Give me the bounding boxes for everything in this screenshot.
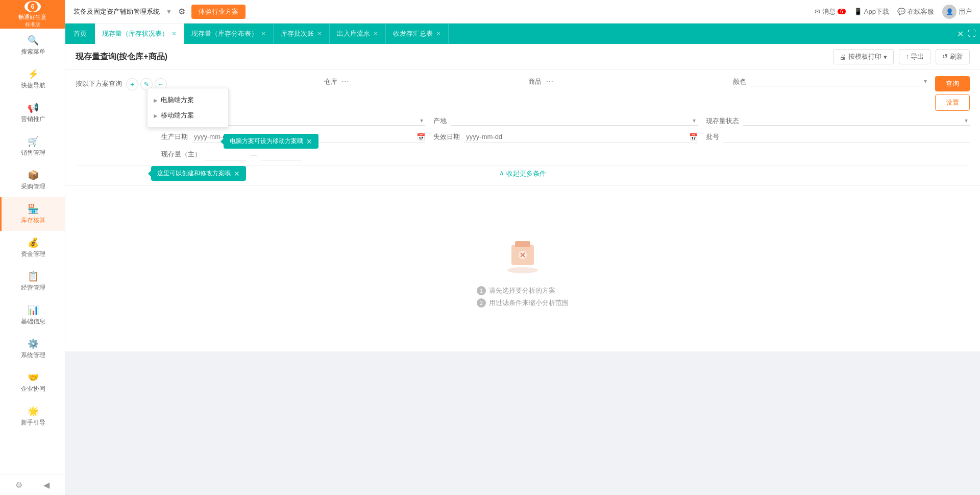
svg-rect-4: [515, 241, 530, 247]
sidebar-item-inventory-label: 库存核算: [21, 216, 45, 225]
batch-field: 批号: [706, 131, 970, 143]
sidebar-item-operations-label: 经营管理: [21, 284, 45, 292]
add-scheme-btn[interactable]: +: [126, 78, 138, 90]
color-label: 颜色: [733, 77, 746, 86]
size-dropdown-icon[interactable]: ▾: [420, 117, 423, 124]
print-icon: 🖨: [840, 53, 846, 61]
produce-date-calendar-icon[interactable]: 📅: [416, 133, 425, 141]
sidebar-item-search[interactable]: 🔍 搜索菜单: [0, 29, 65, 62]
tab-home[interactable]: 首页: [65, 23, 95, 44]
filter-row1-fields: 仓库 ··· 商品 ··· 颜色 ▾: [171, 76, 929, 87]
marketing-icon: 📢: [28, 102, 39, 113]
filter-row-1: 按以下方案查询 + ✎ ← ▶ 电脑端方案 ▶ 移动端方案: [76, 76, 970, 111]
refresh-btn[interactable]: ↺ 刷新: [936, 49, 970, 64]
tab-batch[interactable]: 库存批次账 ✕: [274, 23, 330, 44]
system-dropdown-icon[interactable]: ▼: [166, 8, 172, 15]
tab-stock-status-close[interactable]: ✕: [172, 30, 177, 37]
system-name: 装备及固定资产辅助管理系统: [74, 7, 160, 16]
expire-date-input[interactable]: [464, 131, 689, 143]
scheme-item-pc[interactable]: ▶ 电脑端方案: [148, 92, 228, 108]
sidebar-item-operations[interactable]: 📋 经营管理: [0, 265, 65, 298]
goods-label: 商品: [528, 77, 542, 86]
sidebar-item-finance[interactable]: 💰 资金管理: [0, 231, 65, 265]
sidebar-item-guide[interactable]: 🌟 新手引导: [0, 399, 65, 433]
header-left: 装备及固定资产辅助管理系统 ▼ ⚙ 体验行业方案: [74, 5, 246, 19]
tab-summary[interactable]: 收发存汇总表 ✕: [386, 23, 449, 44]
user-item[interactable]: 👤 用户: [942, 5, 972, 19]
collapse-sidebar-icon[interactable]: ◀: [43, 480, 50, 490]
sidebar-item-system[interactable]: ⚙️ 系统管理: [0, 332, 65, 366]
tab-summary-close[interactable]: ✕: [436, 30, 441, 37]
stock-main-sep: —: [250, 151, 257, 158]
settings-bottom-icon[interactable]: ⚙: [15, 480, 22, 490]
tab-inout[interactable]: 出入库流水 ✕: [330, 23, 386, 44]
tip-num-1: 1: [477, 286, 486, 295]
sidebar-item-enterprise[interactable]: 🤝 企业协同: [0, 366, 65, 399]
page-title: 现存量查询(按仓库+商品): [76, 52, 167, 62]
page-actions: 🖨 按模板打印 ▾ ↑ 导出 ↺ 刷新: [833, 49, 970, 64]
user-label: 用户: [959, 7, 972, 16]
support-item[interactable]: 💬 在线客服: [897, 7, 934, 16]
tab-bar-end: ✕ ⛶: [953, 29, 980, 39]
app-download-item[interactable]: 📱 App下载: [854, 7, 889, 16]
tab-batch-close[interactable]: ✕: [317, 30, 322, 37]
scheme-item-mobile[interactable]: ▶ 移动端方案: [148, 108, 228, 123]
stock-main-max[interactable]: [261, 148, 302, 160]
finance-icon: 💰: [28, 237, 39, 248]
search-btn[interactable]: 查询: [935, 76, 970, 91]
origin-dropdown-icon[interactable]: ▾: [693, 117, 696, 124]
tip-num-2: 2: [477, 298, 486, 308]
tip-text-2: 用过滤条件来缩小分析范围: [489, 298, 569, 308]
refresh-icon: ↺: [942, 53, 948, 60]
app-name: 畅通好生意: [18, 13, 46, 21]
industry-btn[interactable]: 体验行业方案: [191, 5, 246, 19]
stock-status-label: 现存量状态: [706, 116, 739, 126]
tab-stock-status[interactable]: 现存量（库存状况表） ✕: [95, 23, 184, 44]
sidebar-item-purchase-label: 采购管理: [21, 182, 45, 191]
quicknav-icon: ⚡: [28, 68, 39, 80]
set-btn[interactable]: 设置: [935, 95, 970, 111]
expire-date-field: 失效日期 📅: [433, 131, 697, 143]
stock-main-min[interactable]: [205, 148, 246, 160]
collapse-arrow: ▶: [154, 113, 158, 119]
batch-input[interactable]: [723, 131, 970, 143]
template-print-btn[interactable]: 🖨 按模板打印 ▾: [833, 49, 894, 64]
top-header: 装备及固定资产辅助管理系统 ▼ ⚙ 体验行业方案 ✉ 消息 6 📱 App下载 …: [65, 0, 980, 23]
sales-icon: 🛒: [28, 136, 39, 147]
tab-inout-close[interactable]: ✕: [373, 30, 378, 37]
collapse-label: 收起更多条件: [506, 169, 546, 178]
header-right: ✉ 消息 6 📱 App下载 💬 在线客服 👤 用户: [815, 5, 972, 19]
scheme-item-mobile-label: 移动端方案: [161, 111, 194, 120]
logo-icon: 6: [24, 1, 41, 12]
sidebar-item-quicknav[interactable]: ⚡ 快捷导航: [0, 62, 65, 96]
settings-icon[interactable]: ⚙: [178, 7, 185, 16]
tab-fullscreen-icon[interactable]: ⛶: [968, 29, 976, 38]
tooltip-scheme-hint: 电脑方案可设为移动方案哦 ✕: [224, 134, 318, 149]
sidebar-item-basicinfo[interactable]: 📊 基础信息: [0, 298, 65, 332]
empty-state: 1 请先选择要分析的方案 2 用过滤条件来缩小分析范围: [65, 186, 980, 351]
sidebar-item-inventory[interactable]: 🏪 库存核算: [0, 197, 65, 231]
expire-date-calendar-icon[interactable]: 📅: [689, 133, 698, 141]
scheme-panel: ▶ 电脑端方案 ▶ 移动端方案: [147, 88, 229, 128]
message-item[interactable]: ✉ 消息 6: [815, 7, 846, 16]
tooltip2-close[interactable]: ✕: [234, 170, 240, 178]
sidebar-item-sales-label: 销售管理: [21, 149, 45, 157]
tab-stock-dist-close[interactable]: ✕: [261, 30, 266, 37]
sidebar-item-purchase[interactable]: 📦 采购管理: [0, 163, 65, 197]
sidebar-item-marketing[interactable]: 📢 营销推广: [0, 96, 65, 130]
tab-stock-dist[interactable]: 现存量（库存分布表） ✕: [184, 23, 274, 44]
inventory-icon: 🏪: [28, 203, 39, 215]
origin-field: 产地 ▾: [433, 116, 697, 126]
app-version: 标准版: [25, 21, 40, 28]
dropdown-arrow: ▾: [884, 53, 887, 61]
tooltip1-close[interactable]: ✕: [306, 137, 312, 146]
sidebar-item-sales[interactable]: 🛒 销售管理: [0, 130, 65, 163]
stock-status-dropdown-icon[interactable]: ▾: [965, 117, 968, 124]
tooltip1-text: 电脑方案可设为移动方案哦: [230, 137, 303, 146]
color-dropdown-icon[interactable]: ▾: [924, 78, 927, 85]
export-btn[interactable]: ↑ 导出: [899, 49, 930, 64]
warehouse-dots: ···: [341, 76, 349, 87]
page-header: 现存量查询(按仓库+商品) 🖨 按模板打印 ▾ ↑ 导出 ↺ 刷新: [65, 44, 980, 70]
expire-date-label: 失效日期: [433, 132, 460, 142]
tab-close-all-icon[interactable]: ✕: [957, 29, 964, 39]
